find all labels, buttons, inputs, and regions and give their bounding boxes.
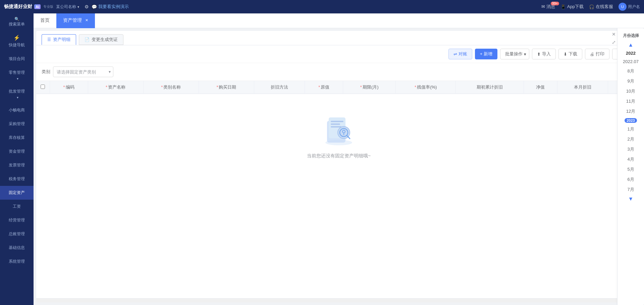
sidebar-item-purchase[interactable]: 采购管理 <box>0 117 34 131</box>
month-item-apr[interactable]: 4月 <box>618 154 644 164</box>
sidebar: 🔍 搜索菜单 ⚡ 快捷导航 项目合同 零售管理 ▾ 批发管理 ▾ 小畅电商 采购… <box>0 13 34 305</box>
sidebar-item-fixed-assets[interactable]: 固定资产 <box>0 186 34 200</box>
top-bar-right: ✉ 消息 99+ 📱 App下载 🎧 在线客服 U 用户名 <box>541 3 640 11</box>
col-asset-name: *资产名称 <box>88 81 143 94</box>
sidebar-search[interactable]: 🔍 搜索菜单 <box>0 13 34 31</box>
sidebar-item-basic-info[interactable]: 基础信息 <box>0 241 34 255</box>
nav-icon: ⚡ <box>13 35 20 41</box>
top-bar: 畅捷通好业财 Ai 专业版 某公司名称 ▾ ⚙ 💬 我要看实例演示 ✉ 消息 9… <box>0 0 644 13</box>
content-area: 首页 资产管理 ✕ ☰ 资产明细 📄 变更生成凭证 <box>34 13 644 305</box>
company-name: 某公司名称 <box>56 4 76 10</box>
filter-category-wrapper[interactable]: 请选择固定资产类别 房屋及建筑物 机器设备 运输设备 电子设备 其他 ▾ <box>53 66 113 77</box>
tab-home[interactable]: 首页 <box>34 13 56 28</box>
month-item-nov[interactable]: 11月 <box>618 96 644 106</box>
download-icon: ⬇ <box>564 52 567 57</box>
sidebar-item-salary[interactable]: 工资 <box>0 200 34 213</box>
svg-rect-3 <box>331 121 343 122</box>
month-item-mar[interactable]: 3月 <box>618 144 644 154</box>
user-name: 用户名 <box>628 4 640 10</box>
app-edition: 专业版 <box>43 4 53 9</box>
current-year-badge: 2023 <box>625 118 637 123</box>
sidebar-item-retail[interactable]: 零售管理 ▾ <box>0 66 34 85</box>
month-item-feb[interactable]: 2月 <box>618 134 644 144</box>
sidebar-item-system[interactable]: 系统管理 <box>0 255 34 268</box>
sidebar-item-invoice[interactable]: 发票管理 <box>0 158 34 172</box>
sidebar-item-general-ledger[interactable]: 总账管理 <box>0 227 34 241</box>
tab-asset-management[interactable]: 资产管理 ✕ <box>56 13 95 28</box>
gear-icon[interactable]: ⚙ <box>85 4 89 9</box>
app-name: 畅捷通好业财 <box>4 4 32 10</box>
filter-category-select[interactable]: 请选择固定资产类别 房屋及建筑物 机器设备 运输设备 电子设备 其他 <box>53 66 113 77</box>
chevron-down-icon: ▾ <box>524 52 526 57</box>
sidebar-item-finance[interactable]: 资金管理 <box>0 145 34 158</box>
reconcile-button[interactable]: ⇌ 对账 <box>448 49 472 59</box>
svg-rect-5 <box>331 126 341 128</box>
month-item-sep[interactable]: 9月 <box>618 76 644 86</box>
filter-category-label: 类别 <box>42 69 50 75</box>
doc-icon: 📄 <box>85 37 90 42</box>
avatar: U <box>619 3 627 11</box>
year-2022-label: 2022 <box>626 49 636 57</box>
month-item-jan[interactable]: 1月 <box>618 124 644 134</box>
online-service-button[interactable]: 🎧 在线客服 <box>589 4 613 10</box>
inner-content: ☰ 资产明细 📄 变更生成凭证 ⇌ 对账 + 新增 <box>34 28 644 305</box>
col-code: *编码 <box>50 81 88 94</box>
sidebar-item-quick-nav[interactable]: ⚡ 快捷导航 <box>0 31 34 52</box>
month-item-aug[interactable]: 8月 <box>618 66 644 76</box>
tab-bar: 首页 资产管理 ✕ <box>34 13 644 28</box>
search-label: 搜索菜单 <box>3 21 31 27</box>
svg-rect-4 <box>331 123 340 125</box>
company-selector[interactable]: 某公司名称 ▾ <box>56 4 79 10</box>
message-icon: ✉ <box>541 4 545 9</box>
batch-ops-button[interactable]: 批量操作 ▾ <box>500 49 529 59</box>
sidebar-item-tax[interactable]: 税务管理 <box>0 172 34 186</box>
month-nav-down[interactable]: ▼ <box>628 195 634 203</box>
app-download-button[interactable]: 📱 App下载 <box>560 4 584 10</box>
sidebar-item-operations[interactable]: 经营管理 <box>0 213 34 227</box>
page-panel: ☰ 资产明细 📄 变更生成凭证 ⇌ 对账 + 新增 <box>36 31 641 302</box>
sidebar-item-ecommerce[interactable]: 小畅电商 <box>0 103 34 117</box>
sub-tabs: ☰ 资产明细 📄 变更生成凭证 <box>36 31 641 45</box>
col-depreciation-method: 折旧方法 <box>254 81 305 94</box>
subtab-change-voucher[interactable]: 📄 变更生成凭证 <box>79 34 123 45</box>
demo-icon: 💬 <box>92 4 97 9</box>
close-panel-button[interactable]: ✕ <box>610 31 617 38</box>
horizontal-scrollbar[interactable] <box>36 298 641 302</box>
app-brand: 畅捷通好业财 Ai <box>4 4 41 10</box>
download-button[interactable]: ⬇ 下载 <box>558 49 582 59</box>
toolbar: ⇌ 对账 + 新增 批量操作 ▾ ⬆ 导入 ⬇ <box>36 45 641 63</box>
empty-text: 当前您还没有固定资产明细哦~ <box>307 153 371 159</box>
add-new-button[interactable]: + 新增 <box>475 49 497 59</box>
demo-link[interactable]: 💬 我要看实例演示 <box>92 4 129 10</box>
table-header-row: *编码 *资产名称 *类别名称 *购买日期 折旧方法 *原值 *期限(月) *残… <box>36 81 641 94</box>
col-net-value: 净值 <box>524 81 557 94</box>
user-info-button[interactable]: U 用户名 <box>619 3 640 11</box>
month-item-jun[interactable]: 6月 <box>618 174 644 185</box>
month-item-current[interactable]: 2022.07 <box>618 57 644 66</box>
sidebar-item-wholesale[interactable]: 批发管理 ▾ <box>0 85 34 103</box>
col-original-value: *原值 <box>305 81 343 94</box>
main-layout: 🔍 搜索菜单 ⚡ 快捷导航 项目合同 零售管理 ▾ 批发管理 ▾ 小畅电商 采购… <box>0 13 644 305</box>
import-button[interactable]: ⬆ 导入 <box>532 49 556 59</box>
asset-table: *编码 *资产名称 *类别名称 *购买日期 折旧方法 *原值 *期限(月) *残… <box>36 81 641 94</box>
month-nav-up[interactable]: ▲ <box>628 41 634 49</box>
print-button[interactable]: 🖨 打印 <box>585 49 609 59</box>
chevron-right-icon: ▾ <box>17 77 18 81</box>
month-item-oct[interactable]: 10月 <box>618 86 644 96</box>
list-icon: ☰ <box>47 37 51 42</box>
select-all-checkbox[interactable] <box>41 85 45 89</box>
table-container[interactable]: *编码 *资产名称 *类别名称 *购买日期 折旧方法 *原值 *期限(月) *残… <box>36 81 641 298</box>
month-item-dec[interactable]: 12月 <box>618 106 644 116</box>
year-2023-label: 2023 <box>625 116 637 124</box>
month-item-may[interactable]: 5月 <box>618 164 644 174</box>
month-item-jul[interactable]: 7月 <box>618 185 644 195</box>
sidebar-item-project-contract[interactable]: 项目合同 <box>0 52 34 66</box>
col-monthly-depreciation: 本月折旧 <box>557 81 608 94</box>
tab-close-icon[interactable]: ✕ <box>85 18 88 22</box>
expand-panel-button[interactable]: ⤢ <box>610 39 617 46</box>
sidebar-item-inventory[interactable]: 库存核算 <box>0 131 34 145</box>
subtab-asset-detail[interactable]: ☰ 资产明细 <box>42 34 76 45</box>
month-picker-panel: 月份选择 ▲ 2022 2022.07 8月 9月 10月 11月 12月 20… <box>617 28 644 305</box>
message-button[interactable]: ✉ 消息 99+ <box>541 4 555 10</box>
empty-illustration <box>319 114 359 148</box>
